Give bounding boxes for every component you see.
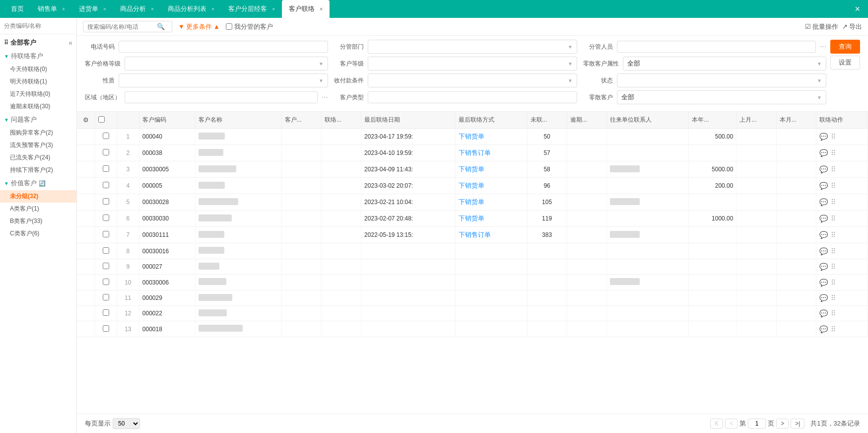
close-customer-segment-tab[interactable]: × [272, 6, 275, 12]
phone-input[interactable] [119, 41, 328, 53]
message-action-icon[interactable]: 💬 [819, 198, 828, 206]
area-input[interactable] [125, 91, 318, 103]
grid-action-icon[interactable]: ⠿ [831, 294, 836, 302]
export-btn[interactable]: ↗ 导出 [842, 22, 862, 31]
grid-action-icon[interactable]: ⠿ [831, 182, 836, 190]
close-product-analysis-tab[interactable]: × [151, 6, 154, 12]
contact-way-link[interactable]: 下销售订单 [459, 149, 491, 156]
sidebar-search-input[interactable] [4, 22, 77, 29]
grid-action-icon[interactable]: ⠿ [831, 198, 836, 206]
page-size-dropdown[interactable]: 50 100 200 [113, 418, 140, 429]
my-customers-checkbox[interactable] [226, 23, 232, 30]
checkbox-col-header[interactable] [95, 112, 117, 129]
next-page-btn[interactable]: > [776, 419, 789, 429]
message-action-icon[interactable]: 💬 [819, 279, 828, 287]
row-checkbox[interactable] [103, 263, 109, 269]
nav-close-btn[interactable]: × [851, 4, 864, 14]
partner-contact-col-header[interactable]: 往来单位联系人 [606, 112, 688, 129]
refresh-badge[interactable]: 🔄 [39, 180, 46, 187]
all-customers-header[interactable]: ⠿ 全部客户 « [0, 34, 76, 49]
nav-customer-segment[interactable]: 客户分层经客 × [221, 0, 282, 18]
sidebar-item-c-class[interactable]: C类客户(6) [0, 227, 76, 240]
my-customers-filter[interactable]: 我分管的客户 [226, 22, 273, 31]
row-checkbox[interactable] [103, 133, 109, 139]
message-action-icon[interactable]: 💬 [819, 165, 828, 173]
nav-purchase[interactable]: 进货单 × [72, 0, 113, 18]
message-action-icon[interactable]: 💬 [819, 247, 828, 255]
message-action-icon[interactable]: 💬 [819, 263, 828, 271]
row-checkbox[interactable] [103, 149, 109, 155]
message-action-icon[interactable]: 💬 [819, 231, 828, 239]
nature-select[interactable]: ▼ [119, 73, 328, 87]
grid-action-icon[interactable]: ⠿ [831, 133, 836, 141]
nav-product-analysis-list[interactable]: 商品分析列表 × [161, 0, 221, 18]
row-checkbox[interactable] [103, 215, 109, 221]
this-month-col-header[interactable]: 本月... [776, 112, 816, 129]
type-col-header[interactable]: 客户... [281, 112, 321, 129]
message-action-icon[interactable]: 💬 [819, 182, 828, 190]
sidebar-item-declining[interactable]: 持续下滑客户(2) [0, 164, 76, 176]
grid-action-icon[interactable]: ⠿ [831, 309, 836, 317]
contact-way-link[interactable]: 下销货单 [459, 165, 484, 173]
sidebar-item-a-class[interactable]: A类客户(1) [0, 203, 76, 215]
sidebar-item-today-waiting[interactable]: 今天待联络(0) [0, 63, 76, 75]
contact-way-link[interactable]: 下销货单 [459, 182, 484, 189]
batch-operation-btn[interactable]: ☑ 批量操作 [805, 22, 838, 31]
sidebar-group-value[interactable]: ▼ 价值客户 🔄 [0, 176, 76, 190]
prev-page-btn[interactable]: < [725, 419, 737, 429]
sidebar-item-hoarding-abnormal[interactable]: 囤购异常客户(2) [0, 127, 76, 139]
message-action-icon[interactable]: 💬 [819, 149, 828, 157]
grid-action-icon[interactable]: ⠿ [831, 263, 836, 271]
row-checkbox[interactable] [103, 165, 109, 172]
sidebar-item-overdue-uncontacted[interactable]: 逾期未联络(30) [0, 100, 76, 113]
this-year-col-header[interactable]: 本年... [689, 112, 736, 129]
grid-action-icon[interactable]: ⠿ [831, 279, 836, 287]
manager-input[interactable] [617, 41, 816, 53]
nav-customer-contact[interactable]: 客户联络 × [282, 0, 330, 18]
row-checkbox[interactable] [103, 279, 109, 285]
contact-col-header[interactable]: 联络... [321, 112, 361, 129]
filter-search-icon[interactable]: 🔍 [157, 23, 165, 30]
customer-type-input[interactable] [368, 91, 577, 103]
contact-way-link[interactable]: 下销货单 [459, 215, 484, 222]
scatter-attr-select[interactable]: 全部 ▼ [623, 57, 826, 71]
filter-search-input[interactable] [87, 23, 157, 30]
last-contact-way-col-header[interactable]: 最后联络方式 [455, 112, 527, 129]
close-sales-tab[interactable]: × [62, 6, 65, 12]
last-month-col-header[interactable]: 上月... [736, 112, 776, 129]
grid-action-icon[interactable]: ⠿ [831, 325, 836, 333]
row-checkbox[interactable] [103, 309, 109, 316]
filter-more-conditions[interactable]: ▼ 更多条件 ▲ [178, 22, 220, 31]
manager-dots-btn[interactable]: ··· [820, 42, 826, 51]
grid-action-icon[interactable]: ⠿ [831, 247, 836, 255]
settings-icon[interactable]: ⚙ [83, 116, 89, 124]
customer-level-select[interactable]: ▼ [368, 57, 577, 71]
sidebar-group-waiting[interactable]: ▼ 待联络客户 [0, 49, 76, 63]
row-checkbox[interactable] [103, 231, 109, 237]
close-product-analysis-list-tab[interactable]: × [211, 6, 214, 12]
status-select[interactable]: ▼ [617, 73, 826, 87]
sidebar-item-ungrouped[interactable]: 未分组(32) [0, 190, 76, 203]
grid-action-icon[interactable]: ⠿ [831, 231, 836, 239]
nav-product-analysis[interactable]: 商品分析 × [113, 0, 161, 18]
sidebar-item-7days-waiting[interactable]: 近7天待联络(0) [0, 88, 76, 100]
settings-col-header[interactable]: ⚙ [77, 112, 95, 129]
row-checkbox[interactable] [103, 247, 109, 254]
message-action-icon[interactable]: 💬 [819, 325, 828, 333]
message-action-icon[interactable]: 💬 [819, 133, 828, 141]
payment-select[interactable]: ▼ [368, 73, 577, 87]
row-checkbox[interactable] [103, 294, 109, 300]
last-contact-date-col-header[interactable]: 最后联络日期 [361, 112, 455, 129]
not-contacted-col-header[interactable]: 未联... [527, 112, 567, 129]
sidebar-item-b-class[interactable]: B类客户(33) [0, 215, 76, 227]
sidebar-item-churn-warning[interactable]: 流失预警客户(3) [0, 139, 76, 151]
first-page-btn[interactable]: K [710, 419, 723, 429]
contact-way-link[interactable]: 下销货单 [459, 133, 484, 140]
page-input[interactable] [748, 419, 766, 429]
query-button[interactable]: 查询 [830, 40, 860, 54]
grid-action-icon[interactable]: ⠿ [831, 215, 836, 222]
message-action-icon[interactable]: 💬 [819, 294, 828, 302]
price-level-select[interactable]: ▼ [125, 57, 328, 71]
reset-button[interactable]: 设置 [830, 56, 860, 70]
code-col-header[interactable]: 客户编码 [139, 112, 195, 129]
